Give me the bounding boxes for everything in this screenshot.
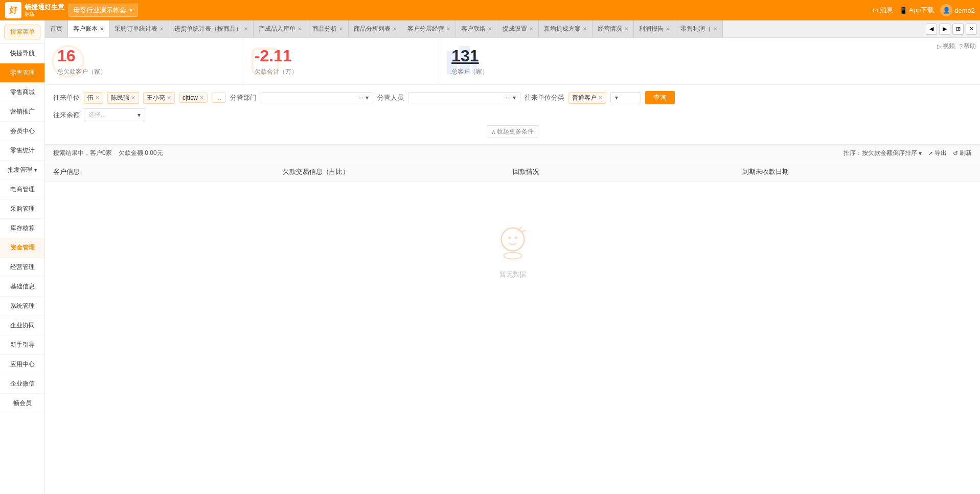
sidebar-item-operations[interactable]: 经营管理 — [0, 258, 44, 277]
sidebar-item-retail-stats[interactable]: 零售统计 — [0, 141, 44, 161]
page-content: ¥ 16 总欠款客户（家） ✦ -2.11 欠款合计（万） — [45, 38, 980, 494]
tab-product-analysis-list[interactable]: 商品分析列表 ✕ — [349, 20, 402, 38]
more-tags-button[interactable]: ... — [212, 93, 226, 103]
close-icon[interactable]: ✕ — [624, 26, 628, 32]
close-icon[interactable]: ✕ — [666, 26, 670, 32]
stat-total-customers2: 131 总客户（家） ▷ 视频 ? 帮助 — [439, 38, 980, 84]
query-button[interactable]: 查询 — [645, 91, 675, 104]
sidebar-item-app-center[interactable]: 应用中心 — [0, 355, 44, 374]
close-icon[interactable]: ✕ — [488, 26, 492, 32]
remove-tag-btn[interactable]: ✕ — [95, 95, 100, 101]
tab-product-instock[interactable]: 产成品入库单 ✕ — [254, 20, 307, 38]
sidebar-search: 搜索菜单 — [0, 20, 44, 44]
filter-area: 往来单位 伍 ✕ 陈民强 ✕ 王小亮 ✕ cjttcw — [45, 85, 980, 145]
sidebar-item-finance[interactable]: 资金管理 — [0, 238, 44, 258]
surplus-filter-label: 往来余额 — [53, 110, 80, 120]
video-btn[interactable]: ▷ 视频 — [937, 42, 955, 51]
refresh-button[interactable]: ↺ 刷新 — [953, 149, 972, 158]
stat-total-debt: ✦ -2.11 欠款合计（万） — [242, 38, 440, 84]
sidebar-item-member[interactable]: 会员中心 — [0, 122, 44, 141]
sidebar-item-basic-info[interactable]: 基础信息 — [0, 277, 44, 297]
collapse-button[interactable]: ∧ 收起更多条件 — [487, 125, 538, 138]
help-btn[interactable]: ? 帮助 — [959, 42, 976, 51]
tab-raise-settings[interactable]: 提成设置 ✕ — [497, 20, 539, 38]
tab-expand-button[interactable]: ⊞ — [952, 24, 964, 35]
close-icon[interactable]: ✕ — [159, 26, 164, 32]
app-name: 畅捷通好生意 — [25, 3, 64, 11]
tab-customer-connect[interactable]: 客户联络 ✕ — [456, 20, 497, 38]
app-sub: 标版 — [25, 11, 64, 17]
person-select[interactable]: ··· ▾ — [408, 92, 520, 103]
sidebar-item-vip-member[interactable]: 畅会员 — [0, 394, 44, 413]
unit-type-select[interactable]: ▾ — [610, 92, 641, 103]
tab-product-analysis[interactable]: 商品分析 ✕ — [307, 20, 349, 38]
close-icon[interactable]: ✕ — [529, 26, 533, 32]
arrow-icon: ▾ — [34, 167, 37, 173]
empty-label: 暂无数据 — [499, 270, 526, 279]
stat-total-customers: ¥ 16 总欠款客户（家） — [45, 38, 242, 84]
tab-profit-report[interactable]: 利润报告 ✕ — [634, 20, 675, 38]
col-header-customer: 客户信息 — [53, 167, 283, 176]
remove-tag-btn[interactable]: ✕ — [167, 95, 171, 101]
svg-point-7 — [501, 228, 524, 251]
app-download-btn[interactable]: 📱 App下载 — [899, 6, 934, 15]
close-icon[interactable]: ✕ — [244, 26, 248, 32]
industry-select[interactable]: 母婴行业演示帐套 ▼ — [69, 4, 138, 17]
remove-tag-btn[interactable]: ✕ — [131, 95, 135, 101]
empty-state: 暂无数据 — [45, 182, 980, 320]
refresh-icon: ↺ — [953, 150, 958, 157]
messages-btn[interactable]: ✉ 消息 — [873, 6, 893, 15]
close-icon[interactable]: ✕ — [713, 26, 717, 32]
sidebar-item-retail-mall[interactable]: 零售商城 — [0, 83, 44, 102]
sort-select[interactable]: 排序：按欠款金额倒序排序 ▾ — [844, 149, 922, 158]
col-header-due: 到期未收款日期 — [742, 167, 972, 176]
filter-tag-wangxiaoliang: 王小亮 ✕ — [143, 92, 175, 104]
remove-tag-btn[interactable]: ✕ — [199, 95, 204, 101]
tab-next-button[interactable]: ▶ — [939, 24, 950, 35]
remove-common-customer-btn[interactable]: ✕ — [598, 95, 603, 101]
sidebar-item-enterprise-collab[interactable]: 企业协同 — [0, 316, 44, 335]
export-icon: ↗ — [928, 150, 933, 157]
sidebar-item-inventory[interactable]: 库存核算 — [0, 219, 44, 238]
sidebar-item-system[interactable]: 系统管理 — [0, 297, 44, 316]
sidebar-item-retail[interactable]: 零售管理 — [0, 63, 44, 83]
close-icon[interactable]: ✕ — [298, 26, 302, 32]
tab-customer-segment[interactable]: 客户分层经营 ✕ — [402, 20, 456, 38]
tab-incoming-stats[interactable]: 进货单统计表（按商品） ✕ — [169, 20, 254, 38]
tab-retail-profit[interactable]: 零售利润（ ✕ — [675, 20, 723, 38]
close-icon[interactable]: ✕ — [393, 26, 397, 32]
dept-select[interactable]: ··· ▾ — [261, 92, 373, 103]
sidebar-item-purchase[interactable]: 采购管理 — [0, 199, 44, 219]
close-icon[interactable]: ✕ — [339, 26, 343, 32]
close-icon[interactable]: ✕ — [446, 26, 450, 32]
sidebar-item-wholesale[interactable]: 批发管理 ▾ — [0, 161, 44, 180]
results-right: 排序：按欠款金额倒序排序 ▾ ↗ 导出 ↺ 刷新 — [844, 149, 972, 158]
sidebar-item-enterprise-wechat[interactable]: 企业微信 — [0, 374, 44, 394]
tab-close-all-button[interactable]: ✕ — [966, 24, 977, 35]
sidebar-item-quick-nav[interactable]: 快捷导航 — [0, 44, 44, 63]
sidebar-item-ecommerce[interactable]: 电商管理 — [0, 180, 44, 199]
close-icon[interactable]: ✕ — [100, 26, 104, 32]
empty-icon — [492, 223, 533, 264]
sidebar-item-marketing[interactable]: 营销推广 — [0, 102, 44, 122]
logo-icon: 好 — [5, 2, 21, 18]
sidebar-item-beginner[interactable]: 新手引导 — [0, 335, 44, 355]
close-icon[interactable]: ✕ — [583, 26, 587, 32]
help-icon: ? — [959, 43, 963, 50]
svg-rect-5 — [460, 46, 470, 74]
tab-operations[interactable]: 经营情况 ✕ — [592, 20, 634, 38]
export-button[interactable]: ↗ 导出 — [928, 149, 947, 158]
surplus-select[interactable]: 选择... ▾ — [84, 108, 145, 121]
tab-customer-accounts[interactable]: 客户账本 ✕ — [68, 20, 109, 38]
user-avatar[interactable]: 👤 demo2 — [940, 4, 975, 16]
tab-prev-button[interactable]: ◀ — [926, 24, 937, 35]
filter-dots-person: ··· — [506, 94, 511, 101]
search-menu-button[interactable]: 搜索菜单 — [4, 25, 40, 39]
sidebar: 搜索菜单 快捷导航 零售管理 零售商城 营销推广 会员中心 零售统计 批发管理 … — [0, 20, 45, 494]
tab-home[interactable]: 首页 — [45, 20, 68, 38]
tab-controls: ◀ ▶ ⊞ ✕ — [923, 24, 980, 35]
tab-purchase-stats[interactable]: 采购订单统计表 ✕ — [109, 20, 169, 38]
tab-new-raise-plan[interactable]: 新增提成方案 ✕ — [539, 20, 592, 38]
stats-bar: ¥ 16 总欠款客户（家） ✦ -2.11 欠款合计（万） — [45, 38, 980, 85]
filter-tag-cjttcw: cjttcw ✕ — [179, 93, 208, 103]
